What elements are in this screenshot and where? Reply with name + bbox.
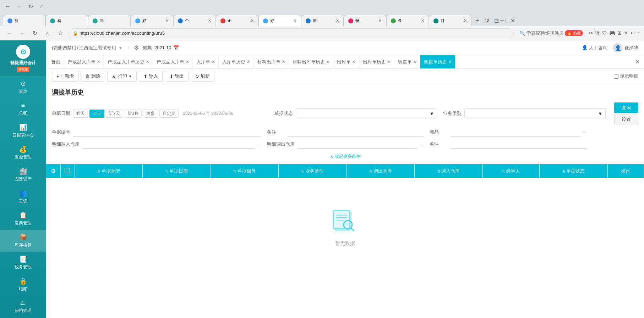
date-btn-1month[interactable]: 近1月	[125, 110, 142, 118]
tab-outbound-history[interactable]: 出库单历史 ✕	[359, 55, 394, 69]
add-company-icon[interactable]: ⚙	[134, 44, 139, 51]
tab-close-icon[interactable]: ✕	[186, 60, 189, 64]
close-window-button[interactable]: ✕	[511, 17, 515, 24]
date-btn-yesterday[interactable]: 昨天	[73, 110, 88, 118]
minimize-button[interactable]: ─	[500, 17, 504, 24]
tab-inbound[interactable]: 入库单 ✕	[193, 55, 219, 69]
sidebar-item-home[interactable]: ⊙ 首页	[0, 76, 46, 98]
delete-button[interactable]: 🗑 删除	[81, 71, 105, 82]
col-checkbox[interactable]	[60, 164, 75, 178]
tab-close-icon[interactable]: ✕	[146, 60, 149, 64]
detail-inbound-more-icon[interactable]: ···	[257, 142, 261, 147]
sidebar-item-inventory[interactable]: 📦 库存核算	[0, 230, 46, 252]
calendar-icon[interactable]: 📅	[173, 45, 179, 50]
tab-close-icon[interactable]: ✕	[251, 18, 254, 23]
tab-count-badge[interactable]: 12	[483, 18, 491, 23]
col-handler[interactable]: ⇅ 经手人	[482, 164, 540, 178]
col-inbound-wh[interactable]: ⇅ 调入仓库	[415, 164, 483, 178]
browser-tab-3[interactable]: 易	[88, 15, 131, 26]
refresh-btn[interactable]: ↻	[30, 28, 40, 38]
sidebar-item-ledger[interactable]: ≡ 总账	[0, 98, 46, 120]
tab-close-icon[interactable]: ✕	[421, 18, 424, 23]
tab-close-icon[interactable]: ✕	[247, 60, 250, 64]
tab-close-icon[interactable]: ✕	[212, 60, 215, 64]
browser-tab-1[interactable]: 新	[3, 15, 45, 26]
close-tab-panel-icon[interactable]: ✕	[635, 58, 643, 65]
undo-icon[interactable]: ↩	[631, 30, 635, 37]
docnum-input[interactable]	[73, 128, 261, 136]
tab-close-icon[interactable]: ✕	[282, 60, 285, 64]
sidebar-item-payroll[interactable]: 👥 工资	[0, 186, 46, 208]
browser-tab-2[interactable]: 易	[45, 15, 88, 26]
tab-close-icon[interactable]: ✕	[336, 18, 339, 23]
col-settings[interactable]: ⚙	[46, 164, 60, 178]
detail-inbound-input[interactable]	[82, 140, 255, 149]
col-doc-date[interactable]: ⇅ 单据日期	[143, 164, 211, 178]
col-biz-type[interactable]: ⇅ 业务类型	[279, 164, 347, 178]
scissors-icon[interactable]: ✂	[589, 30, 593, 37]
browser-tab-11[interactable]: 目 ✕	[429, 15, 471, 26]
goods-more-icon[interactable]: ···	[583, 130, 586, 135]
browser-tab-10[interactable]: 各 ✕	[386, 15, 429, 26]
home-btn[interactable]: ⌂	[43, 28, 53, 38]
fwd-btn[interactable]: →	[17, 28, 27, 38]
browser-tab-8[interactable]: 腾 ✕	[301, 15, 344, 26]
tab-outbound[interactable]: 出库单 ✕	[333, 55, 359, 69]
new-tab-button[interactable]: +	[473, 16, 481, 25]
note-input[interactable]	[451, 140, 586, 149]
tab-home[interactable]: 首页	[48, 55, 64, 69]
import-button[interactable]: ⬆ 导入	[139, 71, 163, 82]
forward-button[interactable]: →	[14, 1, 24, 11]
date-btn-custom[interactable]: 自定义	[159, 110, 179, 118]
remark-input[interactable]	[288, 128, 424, 136]
sidebar-item-fixed-assets[interactable]: 🏢 固定资产	[0, 164, 46, 186]
show-detail-checkbox[interactable]	[614, 74, 618, 79]
tab-close-icon[interactable]: ✕	[293, 18, 296, 23]
sidebar-item-closing[interactable]: 🔒 结账	[0, 274, 46, 296]
tab-close-icon[interactable]: ✕	[378, 18, 382, 23]
print-button[interactable]: 🖨 打印 ▼	[107, 71, 137, 82]
collapse-button[interactable]: ∧ 收起更多条件	[52, 152, 638, 161]
translate-icon[interactable]: 译	[595, 30, 600, 37]
tab-inbound-history[interactable]: 入库单历史 ✕	[219, 55, 254, 69]
col-doc-type[interactable]: ⇅ 单据类型	[75, 164, 143, 178]
user-info[interactable]: 👤 徐泽华	[613, 43, 638, 52]
browser-tab-9[interactable]: 畅 ✕	[344, 15, 386, 26]
sidebar-item-tax[interactable]: 📑 税务管理	[0, 252, 46, 274]
tab-close-icon[interactable]: ✕	[413, 60, 416, 64]
brightness-icon[interactable]: ☀	[624, 30, 628, 37]
col-outbound-wh[interactable]: ⇅ 调出仓库	[346, 164, 415, 178]
tab-close-icon[interactable]: ✕	[97, 60, 100, 64]
detail-outbound-more-icon[interactable]: ···	[420, 142, 424, 147]
browser-tab-6[interactable]: 企 ✕	[216, 15, 258, 26]
reload-button[interactable]: ↻	[26, 1, 36, 11]
browser-tab-4[interactable]: 好 ✕	[131, 15, 173, 26]
new-button[interactable]: + + 新增	[52, 71, 78, 82]
browser-tab-7-active[interactable]: 好 ✕	[258, 15, 301, 26]
tab-transfer-history[interactable]: 调拨单历史 ✕	[420, 55, 455, 69]
query-button[interactable]: 查询	[614, 102, 638, 113]
service-button[interactable]: 👤 人工咨询	[582, 45, 607, 51]
url-bar[interactable]: 🔒 https://cloud.chanjet.com/accounting/u…	[68, 28, 514, 38]
shield-icon[interactable]: 🛡	[602, 30, 607, 37]
biztype-select[interactable]: ▼	[464, 108, 606, 118]
browser-search[interactable]: 🔍 学霸应聘场驱鸟员 🔥 热搜	[519, 30, 583, 37]
tab-material-outbound[interactable]: 材料出库单 ✕	[254, 55, 289, 69]
tab-material-outbound-history[interactable]: 材料出库单历史 ✕	[289, 55, 333, 69]
setting-button[interactable]: 设置	[614, 115, 638, 124]
maximize-button[interactable]: □	[506, 17, 509, 24]
game-icon[interactable]: 🎮	[609, 30, 615, 37]
browser-tab-5[interactable]: 个 ✕	[173, 15, 216, 26]
sidebar-item-finance[interactable]: 💰 资金管理	[0, 142, 46, 164]
tab-transfer[interactable]: 调拨单 ✕	[394, 55, 420, 69]
tab-close-icon[interactable]: ✕	[464, 18, 467, 23]
menu-icon[interactable]: ≡	[637, 30, 640, 37]
back-btn[interactable]: ←	[4, 28, 14, 38]
status-select[interactable]: ▼	[296, 108, 437, 118]
show-detail-label[interactable]: 显示明细	[614, 73, 638, 79]
tab-close-icon[interactable]: ✕	[326, 60, 329, 64]
col-doc-status[interactable]: ⇅ 单据状态	[540, 164, 608, 178]
tab-close-icon[interactable]: ✕	[208, 18, 211, 23]
sidebar-item-reports[interactable]: 📊 云报表中心	[0, 120, 46, 142]
tab-product-inbound[interactable]: 产成品入库单 ✕	[64, 55, 104, 69]
